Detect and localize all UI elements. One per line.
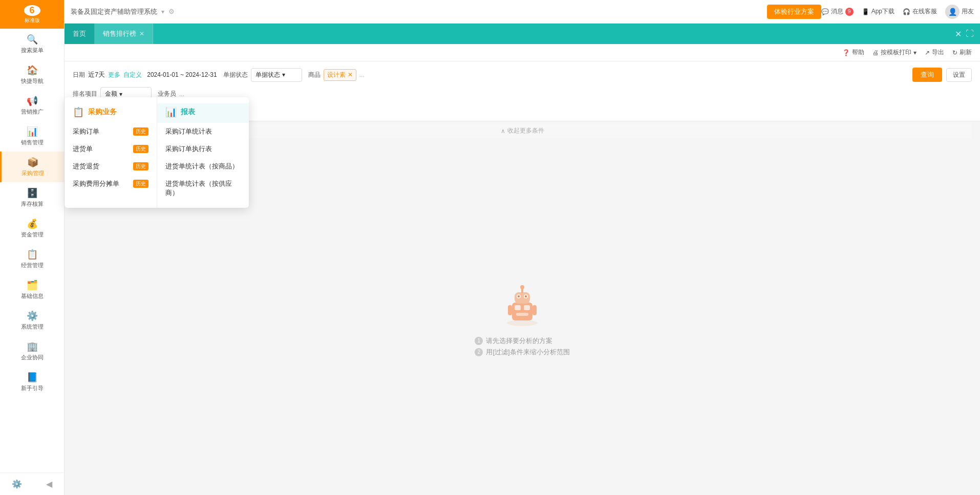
industry-btn[interactable]: 体验行业方案: [767, 5, 821, 19]
svg-rect-1: [512, 303, 532, 320]
action-toolbar: ❓ 帮助 🖨 按模板打印 ▾ ↗ 导出 ↻ 刷新: [65, 44, 980, 61]
history-badge: 历史: [133, 162, 148, 170]
avatar: 👤: [945, 5, 960, 19]
date-more[interactable]: 更多: [108, 71, 120, 79]
guide-icon: 📘: [27, 372, 38, 383]
purchase-dropdown-menu: 📋 采购业务 采购订单历史进货单历史进货退货历史采购费用分摊单历史 📊 报表 采…: [65, 97, 249, 208]
svg-rect-6: [532, 305, 537, 315]
topbar-dropdown-icon[interactable]: ▾: [161, 8, 164, 15]
svg-point-13: [520, 285, 524, 289]
logo-icon: 6: [24, 5, 40, 16]
search-label: 搜索菜单: [21, 47, 44, 54]
main-area: 装备及固定资产辅助管理系统 ▾ ⚙ 体验行业方案 💬 消息 9 📱 App下载 …: [65, 0, 980, 495]
sidebar-settings-icon[interactable]: ⚙️: [12, 479, 22, 489]
help-icon: ❓: [842, 49, 850, 56]
template-print-btn[interactable]: 🖨 按模板打印 ▾: [872, 48, 917, 57]
basic-label: 基础信息: [21, 292, 44, 300]
export-btn[interactable]: ↗ 导出: [925, 48, 944, 57]
sidebar-item-system[interactable]: ⚙️系统管理: [0, 305, 64, 336]
basic-icon: 🗂️: [27, 279, 38, 291]
status-select[interactable]: 单据状态 ▾: [251, 68, 302, 82]
message-action[interactable]: 💬 消息 9: [821, 7, 854, 16]
history-badge: 历史: [133, 127, 148, 136]
dropdown-right-item[interactable]: 进货单统计表（按供应商）: [157, 175, 249, 202]
finance-label: 资金管理: [21, 231, 44, 239]
tabs-bar: 首页销售排行榜✕ ✕ ⛶: [65, 24, 980, 44]
sidebar-nav: 🔍搜索菜单🏠快捷导航📢营销推广📊销售管理📦采购管理🗄️库存核算💰资金管理📋经营管…: [0, 29, 64, 472]
tab-sales_rank[interactable]: 销售排行榜✕: [95, 24, 153, 44]
report-icon: 📊: [165, 106, 177, 118]
status-label: 单据状态: [223, 71, 248, 79]
svg-point-0: [507, 320, 538, 326]
tip2-text: 用[过滤]条件来缩小分析范围: [486, 348, 569, 357]
query-btn[interactable]: 查询: [912, 68, 942, 82]
svg-rect-3: [524, 305, 530, 310]
dropdown-left-item[interactable]: 进货单历史: [65, 140, 157, 158]
tab-close-sales_rank[interactable]: ✕: [139, 30, 144, 37]
user-action[interactable]: 👤 用友: [945, 5, 974, 19]
sidebar-item-quick[interactable]: 🏠快捷导航: [0, 59, 64, 90]
corp-icon: 🏢: [27, 341, 38, 352]
dropdown-right-item[interactable]: 采购订单统计表: [157, 123, 249, 140]
tip1-num: 1: [475, 337, 483, 345]
sidebar-item-operation[interactable]: 📋经营管理: [0, 244, 64, 274]
sidebar-item-basic[interactable]: 🗂️基础信息: [0, 274, 64, 305]
sidebar-item-sales[interactable]: 📊销售管理: [0, 121, 64, 152]
topbar-settings-icon[interactable]: ⚙: [168, 8, 175, 15]
refresh-btn[interactable]: ↻ 刷新: [952, 48, 972, 57]
sidebar-item-marketing[interactable]: 📢营销推广: [0, 90, 64, 121]
sidebar-item-inventory[interactable]: 🗄️库存核算: [0, 182, 64, 213]
tab-close-btn[interactable]: ✕: [955, 29, 962, 39]
inventory-label: 库存核算: [21, 200, 44, 208]
svg-rect-4: [516, 313, 528, 316]
dropdown-right-item[interactable]: 进货单统计表（按商品）: [157, 158, 249, 175]
dropdown-left-title: 采购业务: [88, 107, 117, 117]
tab-home[interactable]: 首页: [65, 24, 95, 44]
sidebar-footer: ⚙️ ◀: [0, 472, 64, 495]
sidebar-item-purchase[interactable]: 📦采购管理: [0, 152, 64, 182]
dropdown-right-item[interactable]: 采购订单执行表: [157, 140, 249, 158]
history-badge: 历史: [133, 180, 148, 188]
goods-tag-remove[interactable]: ✕: [348, 71, 353, 78]
salesman-more-btn[interactable]: ...: [179, 91, 184, 98]
search-icon: 🔍: [27, 34, 38, 45]
quick-icon: 🏠: [27, 64, 38, 76]
goods-more-btn[interactable]: ...: [359, 71, 365, 78]
app-download-label: App下载: [871, 7, 894, 16]
system-label: 系统管理: [21, 323, 44, 331]
app-title: 装备及固定资产辅助管理系统: [71, 7, 157, 16]
sidebar-item-search[interactable]: 🔍搜索菜单: [0, 29, 64, 59]
setting-btn[interactable]: 设置: [946, 68, 972, 82]
system-icon: ⚙️: [27, 310, 38, 321]
sales-label: 销售管理: [21, 139, 44, 146]
sidebar-item-guide[interactable]: 📘新手引导: [0, 367, 64, 397]
app-download-action[interactable]: 📱 App下载: [862, 7, 894, 16]
dropdown-col-left: 📋 采购业务 采购订单历史进货单历史进货退货历史采购费用分摊单历史: [65, 97, 157, 208]
sidebar-item-corp[interactable]: 🏢企业协同: [0, 336, 64, 367]
message-badge: 9: [845, 8, 854, 16]
sidebar-logo: 6 标准版: [0, 0, 64, 29]
tab-fullscreen-btn[interactable]: ⛶: [966, 29, 974, 38]
tip1-text: 请先选择要分析的方案: [486, 336, 552, 346]
tabs-right: ✕ ⛶: [949, 24, 980, 44]
dropdown-left-item[interactable]: 采购费用分摊单历史: [65, 175, 157, 192]
collapse-icon: ∧: [501, 127, 505, 135]
purchase-business-icon: 📋: [73, 106, 84, 118]
topbar-title: 装备及固定资产辅助管理系统 ▾ ⚙: [71, 7, 767, 16]
goods-tag: 设计素 ✕: [324, 69, 356, 81]
print-dropdown-icon: ▾: [913, 49, 917, 56]
corp-label: 企业协同: [21, 354, 44, 361]
dropdown-right-header: 📊 报表: [157, 103, 249, 123]
svg-point-10: [518, 295, 520, 297]
dropdown-left-item[interactable]: 进货退货历史: [65, 158, 157, 175]
online-service-action[interactable]: 🎧 在线客服: [903, 7, 937, 16]
operation-label: 经营管理: [21, 262, 44, 269]
sidebar-item-finance[interactable]: 💰资金管理: [0, 213, 64, 244]
sidebar-collapse-icon[interactable]: ◀: [46, 479, 52, 489]
date-quick[interactable]: 近7天: [88, 70, 105, 79]
help-btn[interactable]: ❓ 帮助: [842, 48, 864, 57]
dropdown-left-item[interactable]: 采购订单历史: [65, 123, 157, 140]
date-custom[interactable]: 自定义: [123, 71, 142, 79]
phone-icon: 📱: [862, 8, 869, 15]
empty-illustration: [497, 277, 548, 328]
